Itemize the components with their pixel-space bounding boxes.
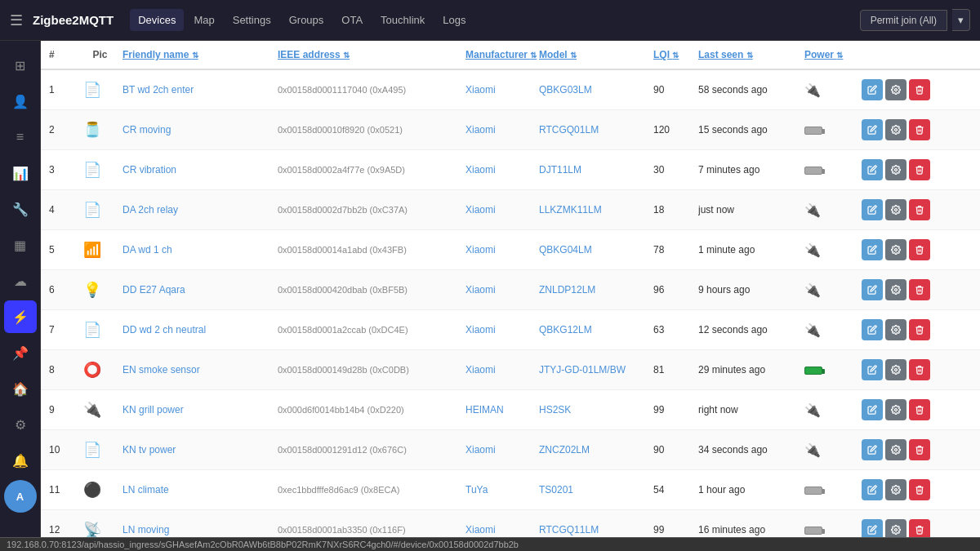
device-settings-button[interactable]: [885, 279, 906, 300]
device-model[interactable]: LLKZMK11LM: [539, 204, 653, 216]
users-icon[interactable]: 👤: [4, 85, 37, 118]
device-name-link[interactable]: DA 2ch relay Aqara wireless relay contro…: [122, 204, 278, 216]
device-model[interactable]: JTYJ-GD-01LM/BW: [539, 364, 653, 375]
device-name-link[interactable]: DA wd 1 ch: [122, 244, 278, 256]
device-settings-button[interactable]: [885, 159, 906, 180]
dashboard-icon[interactable]: ⊞: [4, 49, 37, 82]
device-model[interactable]: ZNLDP12LM: [539, 284, 653, 295]
device-name-link[interactable]: KN grill power: [122, 404, 278, 415]
nav-link-map[interactable]: Map: [185, 9, 222, 31]
device-settings-button[interactable]: [885, 439, 906, 460]
edit-button[interactable]: [862, 479, 883, 500]
device-name-link[interactable]: DD E27 Aqara: [122, 284, 278, 295]
edit-button[interactable]: [862, 399, 883, 420]
device-name-link[interactable]: KN tv power: [122, 444, 278, 455]
nav-link-groups[interactable]: Groups: [281, 9, 332, 31]
device-settings-button[interactable]: [885, 319, 906, 340]
th-last-seen[interactable]: Last seen ⇅: [698, 49, 804, 60]
nav-link-touchlink[interactable]: Touchlink: [372, 9, 433, 31]
list-icon[interactable]: ≡: [4, 121, 37, 153]
device-model[interactable]: RTCGQ01LM: [539, 124, 653, 136]
device-name-link[interactable]: EN smoke sensor: [122, 364, 278, 375]
edit-button[interactable]: [862, 199, 883, 220]
edit-button[interactable]: [862, 79, 883, 100]
delete-button[interactable]: [909, 239, 930, 260]
grid-icon[interactable]: ▦: [4, 229, 37, 261]
settings-icon[interactable]: ⚙: [4, 408, 37, 441]
th-lqi[interactable]: LQI ⇅: [653, 49, 698, 60]
th-friendly-name[interactable]: Friendly name ⇅: [122, 49, 278, 60]
nav-link-settings[interactable]: Settings: [225, 9, 279, 31]
device-name-link[interactable]: DD wd 2 ch neutral: [122, 324, 278, 335]
device-settings-button[interactable]: [885, 199, 906, 220]
device-model[interactable]: HS2SK: [539, 404, 653, 415]
hamburger-menu[interactable]: ☰: [10, 11, 23, 29]
device-manufacturer[interactable]: HEIMAN: [466, 404, 539, 415]
device-manufacturer[interactable]: Xiaomi: [466, 364, 539, 375]
device-settings-button[interactable]: [885, 119, 906, 140]
device-name-link[interactable]: LN moving: [122, 524, 278, 535]
th-power[interactable]: Power ⇅: [804, 49, 862, 60]
device-settings-button[interactable]: [885, 239, 906, 260]
device-manufacturer[interactable]: Xiaomi: [466, 84, 539, 96]
device-manufacturer[interactable]: Xiaomi: [466, 164, 539, 176]
device-model[interactable]: RTCGQ11LM: [539, 524, 653, 535]
edit-button[interactable]: [862, 359, 883, 380]
edit-button[interactable]: [862, 319, 883, 340]
th-model[interactable]: Model ⇅: [539, 49, 653, 60]
delete-button[interactable]: [909, 439, 930, 460]
device-name-link[interactable]: CR vibration: [122, 164, 278, 176]
device-model[interactable]: QBKG12LM: [539, 324, 653, 335]
nav-link-devices[interactable]: Devices: [130, 9, 184, 31]
delete-button[interactable]: [909, 159, 930, 180]
device-manufacturer[interactable]: Xiaomi: [466, 324, 539, 335]
permit-join-dropdown[interactable]: ▾: [952, 9, 970, 31]
bell-icon[interactable]: 🔔: [4, 444, 37, 477]
device-manufacturer[interactable]: Xiaomi: [466, 204, 539, 216]
device-manufacturer[interactable]: Xiaomi: [466, 244, 539, 256]
device-manufacturer[interactable]: TuYa: [466, 484, 539, 495]
delete-button[interactable]: [909, 319, 930, 340]
edit-button[interactable]: [862, 279, 883, 300]
zigbee-icon[interactable]: ⚡: [4, 300, 37, 333]
device-pic: ⭕: [78, 355, 122, 384]
device-name-link[interactable]: CR moving: [122, 124, 278, 136]
device-model[interactable]: QBKG03LM: [539, 84, 653, 96]
nav-link-ota[interactable]: OTA: [333, 9, 371, 31]
delete-button[interactable]: [909, 359, 930, 380]
device-settings-button[interactable]: [885, 399, 906, 420]
device-settings-button[interactable]: [885, 359, 906, 380]
device-model[interactable]: DJT11LM: [539, 164, 653, 176]
home-icon[interactable]: 🏠: [4, 372, 37, 405]
device-settings-button[interactable]: [885, 79, 906, 100]
edit-button[interactable]: [862, 119, 883, 140]
delete-button[interactable]: [909, 279, 930, 300]
device-manufacturer[interactable]: Xiaomi: [466, 444, 539, 455]
edit-button[interactable]: [862, 159, 883, 180]
tools-icon[interactable]: 🔧: [4, 193, 37, 225]
chart-icon[interactable]: 📊: [4, 157, 37, 189]
th-ieee-address[interactable]: IEEE address ⇅: [278, 49, 466, 60]
delete-button[interactable]: [909, 79, 930, 100]
device-manufacturer[interactable]: Xiaomi: [466, 524, 539, 535]
delete-button[interactable]: [909, 399, 930, 420]
edit-button[interactable]: [862, 439, 883, 460]
device-model[interactable]: TS0201: [539, 484, 653, 495]
delete-button[interactable]: [909, 479, 930, 500]
permit-join-button[interactable]: Permit join (All): [860, 10, 947, 31]
device-manufacturer[interactable]: Xiaomi: [466, 124, 539, 136]
device-model[interactable]: ZNCZ02LM: [539, 444, 653, 455]
nav-link-logs[interactable]: Logs: [434, 9, 474, 31]
user-avatar[interactable]: A: [4, 480, 37, 513]
device-model[interactable]: QBKG04LM: [539, 244, 653, 256]
pin-icon[interactable]: 📌: [4, 336, 37, 369]
device-name-link[interactable]: BT wd 2ch enter: [122, 84, 278, 96]
edit-button[interactable]: [862, 239, 883, 260]
th-manufacturer[interactable]: Manufacturer ⇅: [466, 49, 539, 60]
cloud-icon[interactable]: ☁: [4, 264, 37, 297]
delete-button[interactable]: [909, 199, 930, 220]
device-manufacturer[interactable]: Xiaomi: [466, 284, 539, 295]
device-name-link[interactable]: LN climate: [122, 484, 278, 495]
device-settings-button[interactable]: [885, 479, 906, 500]
delete-button[interactable]: [909, 119, 930, 140]
